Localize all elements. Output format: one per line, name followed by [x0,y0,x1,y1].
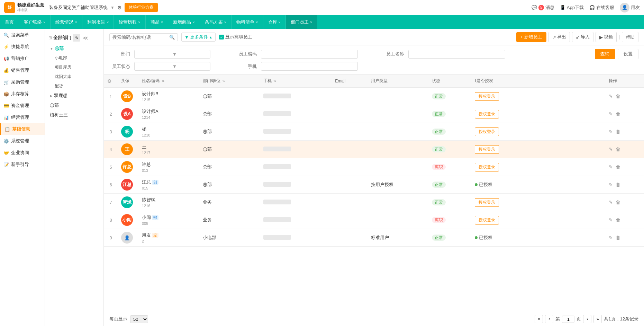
nav-close-icon[interactable]: × [224,20,226,24]
emp-code-input[interactable] [261,50,358,59]
dept-item-shuanglu[interactable]: ▶ 双鹿想 [45,91,103,100]
edit-icon[interactable]: ✎ [609,235,613,240]
dept-item-general[interactable]: ▼ 总部 [45,44,103,53]
delete-icon[interactable]: 🗑 [616,94,620,99]
sidebar-item-guide[interactable]: 📝 新手引导 [0,159,45,170]
delete-icon[interactable]: 🗑 [616,182,620,187]
user-item[interactable]: 👤 用友 [620,3,640,12]
page-size-select[interactable]: 50 100 [130,315,148,323]
search-icon[interactable]: 🔍 [169,35,175,40]
dept-sub-shenyang[interactable]: 沈阳大库 [45,72,103,81]
trial-button[interactable]: 体验行业方案 [125,3,158,12]
nav-item-warehouse[interactable]: 仓库 × [263,15,286,29]
dept-sub-xiangmu[interactable]: 项目库房 [45,63,103,72]
dept-filter-select[interactable]: ▼ [134,50,210,59]
dept-sub-xiaodian[interactable]: 小电部 [45,53,103,63]
dept-all-label[interactable]: 全部部门 [53,35,71,41]
delete-icon[interactable]: 🗑 [616,200,620,205]
delete-icon[interactable]: 🗑 [616,147,620,152]
nav-close-icon[interactable]: × [279,20,281,24]
search-input[interactable] [112,35,168,40]
nav-item-barcode[interactable]: 条码方案 × [200,15,232,29]
sidebar-item-management[interactable]: 📊 经营管理 [0,112,45,123]
show-resigned-check[interactable]: ✓ 显示离职员工 [219,34,252,40]
message-item[interactable]: 💬 5 消息 [532,5,554,11]
sidebar-item-search[interactable]: 🔍 搜索菜单 [0,29,45,41]
auth-login-button[interactable]: 授权登录 [475,198,499,207]
filter-more-btn[interactable]: ▼ 更多条件 ▲ [181,33,216,42]
nav-close-icon[interactable]: × [138,20,140,24]
sidebar-item-quicknav[interactable]: ⚡ 快捷导航 [0,41,45,53]
nav-item-dept-staff[interactable]: 部门员工 × [286,15,317,29]
edit-icon[interactable]: ✎ [609,182,613,187]
nav-item-customer[interactable]: 客户联络 × [19,15,51,29]
auth-login-button[interactable]: 授权登录 [475,145,499,154]
delete-icon[interactable]: 🗑 [616,217,620,223]
auth-login-button[interactable]: 授权登录 [475,110,499,118]
set-button[interactable]: 设置 [618,49,638,59]
last-page-btn[interactable]: » [593,315,602,323]
nav-close-icon[interactable]: × [256,20,258,24]
page-input[interactable] [562,316,574,323]
emp-name-input[interactable] [408,50,505,59]
auth-login-button[interactable]: 授权登录 [475,216,499,224]
dept-sub-peihuo[interactable]: 配货 [45,81,103,91]
nav-item-history[interactable]: 经营历程 × [114,15,145,29]
nav-close-icon[interactable]: × [75,20,77,24]
prev-page-btn[interactable]: ‹ [545,315,553,323]
add-employee-button[interactable]: + 新增员工 [516,32,546,42]
nav-close-icon[interactable]: × [43,20,45,24]
nav-item-home[interactable]: 首页 [0,15,19,29]
delete-icon[interactable]: 🗑 [616,129,620,134]
nav-item-profit[interactable]: 利润报告 × [82,15,114,29]
edit-icon[interactable]: ✎ [609,147,613,152]
next-page-btn[interactable]: › [583,315,591,323]
dept-item-zongbu2[interactable]: 总部 [45,100,103,110]
nav-item-operation[interactable]: 经营情况 × [51,15,82,29]
sidebar-item-inventory[interactable]: 📦 库存核算 [0,88,45,100]
settings-gear-icon[interactable]: ⚙ [117,5,122,10]
delete-icon[interactable]: 🗑 [616,111,620,117]
edit-icon[interactable]: ✎ [609,111,613,117]
th-phone[interactable]: 手机 ⇅ [260,74,332,88]
app-download-item[interactable]: 📱 App下载 [560,5,584,11]
emp-status-select[interactable]: ▼ [134,62,210,71]
sidebar-item-collab[interactable]: 🤝 企业协同 [0,147,45,159]
sidebar-item-basic[interactable]: 📋 基础信息 [0,123,45,135]
auth-login-button[interactable]: 授权登录 [475,127,499,136]
nav-close-icon[interactable]: × [192,20,194,24]
nav-item-newgoods[interactable]: 新增商品 × [168,15,200,29]
dept-edit-icon[interactable]: ✎ [73,34,80,42]
dept-collapse-icon[interactable]: ≪ [82,34,89,42]
sidebar-item-finance[interactable]: 💳 资金管理 [0,100,45,112]
edit-icon[interactable]: ✎ [609,217,613,223]
view-button[interactable]: ▶ 视频 [596,32,617,42]
th-dept-pos[interactable]: 部门/职位 ⇅ [199,74,260,88]
sidebar-item-system[interactable]: ⚙️ 系统管理 [0,135,45,147]
edit-icon[interactable]: ✎ [609,129,613,134]
first-page-btn[interactable]: « [535,315,543,323]
query-button[interactable]: 查询 [595,49,615,59]
edit-icon[interactable]: ✎ [609,94,613,99]
edit-icon[interactable]: ✎ [609,164,613,170]
nav-item-goods[interactable]: 商品 × [146,15,168,29]
help-button[interactable]: 帮助 [622,32,638,42]
online-service-item[interactable]: 🎧 在线客服 [589,5,614,11]
dropdown-arrow-icon[interactable]: ▼ [110,5,115,10]
dept-item-zhishu[interactable]: 植树王三 [45,110,103,120]
delete-icon[interactable]: 🗑 [616,235,620,240]
edit-icon[interactable]: ✎ [609,200,613,205]
nav-close-icon[interactable]: × [161,20,163,24]
table-settings-icon[interactable]: ⚙ [107,78,112,84]
nav-item-material[interactable]: 物料清单 × [232,15,263,29]
nav-close-icon[interactable]: × [310,20,312,24]
delete-icon[interactable]: 🗑 [616,164,620,170]
import-button[interactable]: ↙ 导入 [572,32,593,42]
phone-input[interactable] [261,62,358,71]
nav-close-icon[interactable]: × [107,20,109,24]
th-name-code[interactable]: 姓名/编码 ⇅ [138,74,199,88]
export-button[interactable]: ↗ 导出 [548,32,570,42]
sidebar-item-purchase[interactable]: 🛒 采购管理 [0,76,45,88]
sidebar-item-marketing[interactable]: 📢 营销推广 [0,53,45,64]
auth-login-button[interactable]: 授权登录 [475,92,499,101]
